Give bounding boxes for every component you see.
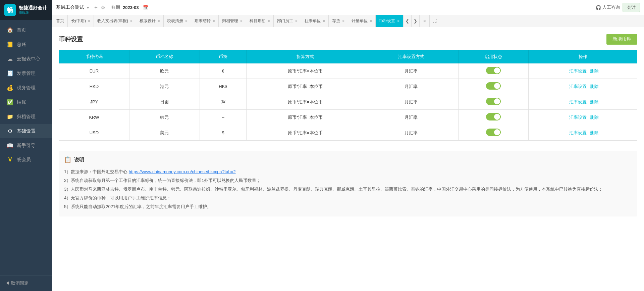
tab-template[interactable]: 模版设计 × xyxy=(136,15,164,27)
rate-setting-link[interactable]: 汇率设置 xyxy=(569,115,587,120)
folder-icon: 📁 xyxy=(7,113,13,120)
tab-next-btn[interactable]: ❯ xyxy=(411,15,419,27)
sidebar-item-settlement[interactable]: ✅ 结账 xyxy=(0,95,52,109)
cell-calc: 原币*汇率=本位币 xyxy=(246,94,364,110)
tab-label: 部门员工 xyxy=(277,18,293,24)
tab-label: 归档管理 xyxy=(222,18,238,24)
cell-name: 港元 xyxy=(129,79,200,94)
tab-period-end[interactable]: 期末结转 × xyxy=(191,15,219,27)
toggle-knob xyxy=(494,114,500,120)
sidebar-item-reports[interactable]: ☁ 云报表中心 xyxy=(0,52,52,66)
cell-rate-method: 月汇率 xyxy=(364,110,458,125)
tab-partner[interactable]: 往来单位 × xyxy=(301,15,329,27)
toggle-enabled[interactable] xyxy=(486,82,501,90)
toggle-enabled[interactable] xyxy=(486,113,501,120)
tab-income[interactable]: 收入支出表(年报) × xyxy=(94,15,136,27)
account-button[interactable]: 会计 xyxy=(623,3,640,12)
period-value: 2023-03 xyxy=(123,5,139,10)
cell-status xyxy=(458,125,529,141)
tab-dept[interactable]: 部门员工 × xyxy=(274,15,301,27)
sidebar-item-tax[interactable]: 💰 税务管理 xyxy=(0,81,52,95)
notes-section: 📋 说明 1）数据来源：中国外汇交易中心 https://www.chinamo… xyxy=(59,151,637,216)
tab-label: 收入支出表(年报) xyxy=(97,18,128,24)
tab-unit[interactable]: 计量单位 × xyxy=(348,15,376,27)
help-button[interactable]: 🎧 人工咨询 xyxy=(596,4,620,10)
notes-item: 4）无官方牌价的币种，可以用用户手工维护汇率信息； xyxy=(64,194,632,202)
tab-currency[interactable]: 币种设置 × xyxy=(376,15,403,27)
sidebar-item-label: 税务管理 xyxy=(17,85,36,91)
sidebar-item-home[interactable]: 🏠 首页 xyxy=(0,23,52,37)
tab-label: 长(中期) xyxy=(71,18,86,24)
sidebar: 畅 畅捷通好会计 旗舰版 🏠 首页 📒 总账 ☁ 云报表中心 🧾 发票管理 💰 … xyxy=(0,0,52,291)
tab-archive[interactable]: 归档管理 × xyxy=(219,15,246,27)
workspace-dropdown-icon[interactable]: ▾ xyxy=(87,5,89,10)
toggle-knob xyxy=(494,98,500,104)
tab-periodic[interactable]: 长(中期) × xyxy=(68,15,94,27)
currency-table: 币种代码 币种名称 币符 折算方式 汇率设置方式 启用状态 操作 EUR 欧元 … xyxy=(59,50,637,141)
rate-setting-link[interactable]: 汇率设置 xyxy=(569,99,587,104)
toggle-enabled[interactable] xyxy=(486,67,501,74)
rate-setting-link[interactable]: 汇率设置 xyxy=(569,68,587,74)
sidebar-item-label: 新手引导 xyxy=(17,143,36,149)
sidebar-item-archive[interactable]: 📁 归档管理 xyxy=(0,109,52,124)
sidebar-item-settings[interactable]: ⚙ 基础设置 xyxy=(0,124,52,138)
vip-icon: V xyxy=(7,157,13,163)
notes-title-text: 说明 xyxy=(74,157,84,163)
sidebar-item-ledger[interactable]: 📒 总账 xyxy=(0,37,52,52)
calendar-icon[interactable]: 📅 xyxy=(143,5,148,10)
settings-workspace-icon[interactable]: ⚙ xyxy=(101,4,105,11)
new-currency-button[interactable]: 新增币种 xyxy=(606,34,637,45)
topbar-actions: ＋ ⚙ xyxy=(93,4,105,11)
sidebar-item-invoice[interactable]: 🧾 发票管理 xyxy=(0,66,52,81)
toggle-enabled[interactable] xyxy=(486,129,501,136)
tab-subjects[interactable]: 科目期初 × xyxy=(246,15,274,27)
cell-calc: 原币*汇率=本位币 xyxy=(246,79,364,94)
tab-close-icon[interactable]: × xyxy=(130,19,132,23)
cell-code: KRW xyxy=(59,110,129,125)
tab-close-icon[interactable]: × xyxy=(370,19,372,23)
sidebar-item-vip[interactable]: V 畅会员 xyxy=(0,153,52,167)
tab-close-icon[interactable]: × xyxy=(268,19,270,23)
tab-label: 期末结转 xyxy=(195,18,211,24)
add-workspace-icon[interactable]: ＋ xyxy=(93,4,99,11)
top-bar: 基层工会测试 ▾ ＋ ⚙ 账期 2023-03 📅 🎧 人工咨询 会计 xyxy=(52,0,644,15)
tab-home[interactable]: 首页 xyxy=(53,15,68,27)
tab-close-icon[interactable]: × xyxy=(397,19,399,23)
rate-setting-link[interactable]: 汇率设置 xyxy=(569,130,587,135)
delete-link[interactable]: 删除 xyxy=(590,115,599,120)
sidebar-item-guide[interactable]: 📖 新手引导 xyxy=(0,138,52,153)
col-header-status: 启用状态 xyxy=(458,50,529,63)
tab-close-icon[interactable]: × xyxy=(88,19,90,23)
toggle-enabled[interactable] xyxy=(486,98,501,105)
cell-code: JPY xyxy=(59,94,129,110)
tab-close-icon[interactable]: × xyxy=(295,19,298,23)
tab-fullscreen-btn[interactable]: ⛶ xyxy=(429,15,439,27)
cell-status xyxy=(458,94,529,110)
tab-label: 存货 xyxy=(332,18,340,24)
notes-link[interactable]: https://www.chinamoney.com.cn/chinese/bk… xyxy=(129,169,236,174)
delete-link[interactable]: 删除 xyxy=(590,68,599,74)
col-header-rate: 汇率设置方式 xyxy=(364,50,458,63)
toggle-knob xyxy=(494,67,500,74)
tab-label: 科目期初 xyxy=(250,18,266,24)
tab-close-icon[interactable]: × xyxy=(240,19,243,23)
tab-label: 税表清册 xyxy=(167,18,183,24)
tab-close-all-btn[interactable]: × xyxy=(419,15,429,27)
tab-tax[interactable]: 税表清册 × xyxy=(164,15,191,27)
tab-close-icon[interactable]: × xyxy=(158,19,160,23)
tab-close-icon[interactable]: × xyxy=(323,19,325,23)
sidebar-item-label: 畅会员 xyxy=(17,157,31,163)
delete-link[interactable]: 删除 xyxy=(590,99,599,104)
delete-link[interactable]: 删除 xyxy=(590,130,599,135)
cell-status xyxy=(458,110,529,125)
tab-close-icon[interactable]: × xyxy=(342,19,344,23)
tab-inventory[interactable]: 存货 × xyxy=(329,15,348,27)
delete-link[interactable]: 删除 xyxy=(590,84,599,89)
sidebar-collapse-btn[interactable]: ◀ 取消固定 xyxy=(0,275,52,291)
tab-prev-btn[interactable]: ❮ xyxy=(403,15,411,27)
cell-name: 日圆 xyxy=(129,94,200,110)
tab-close-icon[interactable]: × xyxy=(213,19,215,23)
tab-close-icon[interactable]: × xyxy=(185,19,187,23)
sidebar-item-label: 结账 xyxy=(17,99,26,105)
rate-setting-link[interactable]: 汇率设置 xyxy=(569,84,587,89)
